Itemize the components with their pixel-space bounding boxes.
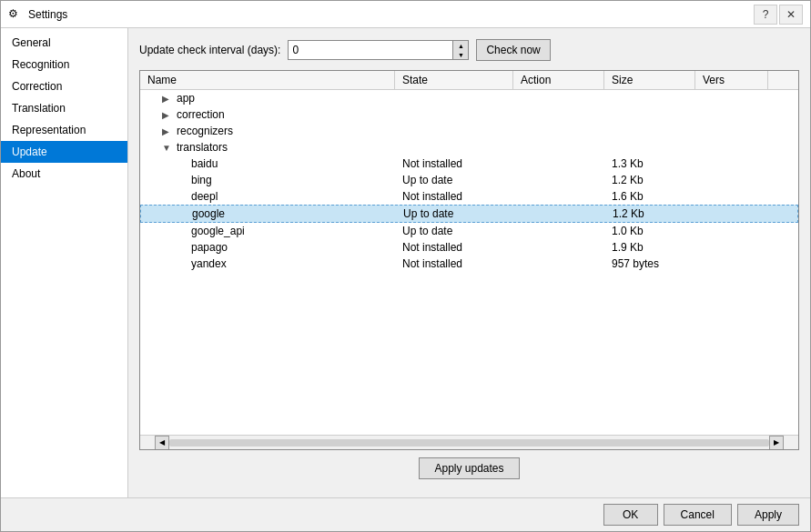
tree-header: Name State Action Size Vers <box>140 71 798 90</box>
horizontal-scrollbar: ◀ ▶ <box>140 435 798 449</box>
cell-size <box>604 123 695 139</box>
cell-size: 1.9 Kb <box>604 239 695 256</box>
sidebar-item-about[interactable]: About <box>1 163 127 185</box>
cell-size: 1.2 Kb <box>604 172 695 188</box>
cell-size <box>604 106 695 123</box>
title-bar-controls: ? ✕ <box>754 5 803 25</box>
cell-size <box>604 90 695 106</box>
cell-action <box>513 172 604 188</box>
table-row[interactable]: bingUp to date1.2 Kb <box>140 172 798 188</box>
cell-size: 1.3 Kb <box>604 156 695 172</box>
cell-size: 1.6 Kb <box>604 188 695 205</box>
sidebar-item-correction[interactable]: Correction <box>1 75 127 97</box>
sidebar: GeneralRecognitionCorrectionTranslationR… <box>1 28 128 497</box>
cell-name: baidu <box>140 156 395 172</box>
table-row[interactable]: ▼translators <box>140 139 798 156</box>
check-now-button[interactable]: Check now <box>476 39 550 61</box>
cell-action <box>513 223 604 239</box>
bottom-bar: OK Cancel Apply <box>1 497 810 531</box>
cell-action <box>513 256 604 272</box>
expand-collapsed-icon[interactable]: ▶ <box>162 110 175 120</box>
table-row[interactable]: google_apiUp to date1.0 Kb <box>140 223 798 239</box>
cell-action <box>513 239 604 256</box>
cell-action <box>514 206 605 222</box>
cell-action <box>513 156 604 172</box>
table-row[interactable]: ▶correction <box>140 106 798 123</box>
cell-version <box>695 256 768 272</box>
cell-state: Not installed <box>395 256 513 272</box>
content-area: GeneralRecognitionCorrectionTranslationR… <box>1 28 810 497</box>
update-check-row: Update check interval (days): ▲ ▼ Check … <box>139 39 799 61</box>
interval-label: Update check interval (days): <box>139 44 280 56</box>
cell-version <box>695 223 768 239</box>
expand-collapsed-icon[interactable]: ▶ <box>162 94 175 104</box>
tree-body[interactable]: ▶app▶correction▶recognizers▼translatorsb… <box>140 90 798 435</box>
interval-spinner[interactable]: ▲ ▼ <box>288 40 469 60</box>
ok-button[interactable]: OK <box>603 504 658 526</box>
cell-name: yandex <box>140 256 395 272</box>
table-row[interactable]: ▶app <box>140 90 798 106</box>
expand-open-icon[interactable]: ▼ <box>162 143 175 153</box>
scroll-right-btn[interactable]: ▶ <box>769 436 784 450</box>
cell-state <box>395 139 513 156</box>
cell-state <box>395 106 513 123</box>
interval-input[interactable] <box>289 41 452 59</box>
cell-state: Not installed <box>395 156 513 172</box>
spinner-buttons: ▲ ▼ <box>452 41 468 59</box>
cell-state: Not installed <box>395 188 513 205</box>
table-row[interactable]: baiduNot installed1.3 Kb <box>140 156 798 172</box>
expand-collapsed-icon[interactable]: ▶ <box>162 126 175 136</box>
cell-name: ▶recognizers <box>140 123 395 139</box>
cell-version <box>695 90 768 106</box>
cell-name: ▼translators <box>140 139 395 156</box>
cell-action <box>513 188 604 205</box>
cell-state: Not installed <box>395 239 513 256</box>
window-icon: ⚙ <box>8 7 23 22</box>
sidebar-item-update[interactable]: Update <box>1 141 127 163</box>
cancel-button[interactable]: Cancel <box>664 504 732 526</box>
sidebar-item-translation[interactable]: Translation <box>1 97 127 119</box>
col-state: State <box>395 71 513 89</box>
title-bar: ⚙ Settings ? ✕ <box>1 1 810 28</box>
cell-state <box>395 123 513 139</box>
cell-action <box>513 139 604 156</box>
sidebar-item-general[interactable]: General <box>1 32 127 54</box>
cell-action <box>513 90 604 106</box>
spinner-down[interactable]: ▼ <box>453 50 468 59</box>
cell-size <box>604 139 695 156</box>
cell-state: Up to date <box>396 206 514 222</box>
table-row[interactable]: yandexNot installed957 bytes <box>140 256 798 272</box>
cell-state <box>395 90 513 106</box>
main-panel: Update check interval (days): ▲ ▼ Check … <box>128 28 810 497</box>
apply-button[interactable]: Apply <box>737 504 799 526</box>
tree-container: Name State Action Size Vers ▶app▶correct… <box>139 70 799 450</box>
col-version: Vers <box>695 71 768 89</box>
close-button[interactable]: ✕ <box>779 5 803 25</box>
spinner-up[interactable]: ▲ <box>453 41 468 50</box>
cell-state: Up to date <box>395 223 513 239</box>
cell-version <box>695 188 768 205</box>
apply-updates-row: Apply updates <box>139 450 799 487</box>
table-row[interactable]: ▶recognizers <box>140 123 798 139</box>
cell-state: Up to date <box>395 172 513 188</box>
table-row[interactable]: googleUp to date1.2 Kb <box>140 205 798 223</box>
cell-name: bing <box>140 172 395 188</box>
cell-version <box>695 172 768 188</box>
col-action: Action <box>513 71 604 89</box>
cell-version <box>695 239 768 256</box>
table-row[interactable]: deeplNot installed1.6 Kb <box>140 188 798 205</box>
cell-name: google <box>141 206 396 222</box>
scroll-left-btn[interactable]: ◀ <box>155 436 169 450</box>
cell-size: 1.2 Kb <box>605 206 696 222</box>
table-row[interactable]: papagoNot installed1.9 Kb <box>140 239 798 256</box>
sidebar-item-recognition[interactable]: Recognition <box>1 54 127 75</box>
scrollbar-track[interactable] <box>169 439 769 447</box>
cell-version <box>695 106 768 123</box>
help-button[interactable]: ? <box>754 5 777 25</box>
cell-version <box>695 139 768 156</box>
cell-name: papago <box>140 239 395 256</box>
sidebar-item-representation[interactable]: Representation <box>1 119 127 141</box>
cell-version <box>695 123 768 139</box>
col-size: Size <box>604 71 695 89</box>
apply-updates-button[interactable]: Apply updates <box>419 457 519 479</box>
